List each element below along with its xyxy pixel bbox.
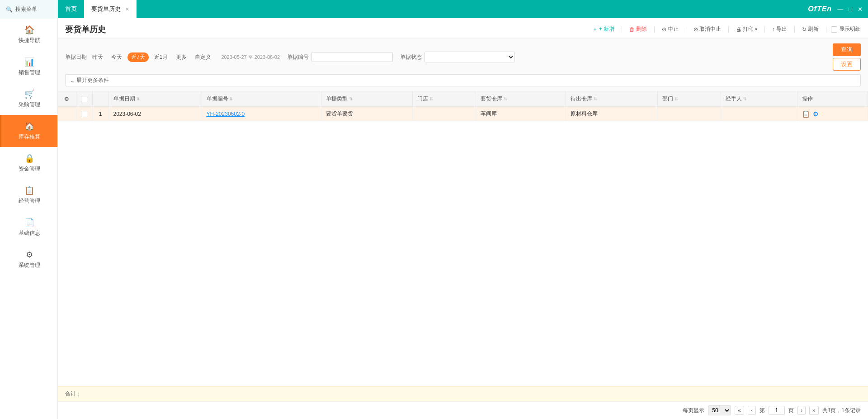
sidebar-item-inventory[interactable]: 🏠 库存核算 — [0, 115, 57, 147]
tab-home[interactable]: 首页 — [58, 0, 84, 18]
export-label: 导出 — [776, 25, 787, 33]
th-bill-date[interactable]: 单据日期 — [108, 91, 202, 107]
status-label: 单据状态 — [400, 53, 422, 61]
window-maximize-icon[interactable]: □ — [849, 6, 852, 13]
td-store — [413, 107, 476, 121]
page-goto-label: 第 — [760, 407, 765, 414]
query-button[interactable]: 查询 — [833, 43, 861, 56]
op-more-button[interactable]: ⚙ — [813, 110, 819, 118]
sidebar-item-finance[interactable]: 🔒 资金管理 — [0, 147, 57, 179]
delete-button[interactable]: 🗑 删除 — [627, 24, 650, 35]
th-department[interactable]: 部门 — [658, 91, 721, 107]
page-header: 要货单历史 ＋ + 新增 🗑 删除 ⊘ 中止 ⊘ — [58, 18, 868, 39]
sidebar-item-basic-info[interactable]: 📄 基础信息 — [0, 211, 57, 243]
page-first-btn[interactable]: « — [735, 406, 744, 415]
window-minimize-icon[interactable]: — — [837, 6, 843, 13]
window-close-icon[interactable]: ✕ — [858, 6, 863, 13]
th-req-warehouse[interactable]: 要货仓库 — [476, 91, 566, 107]
sidebar-label-sys: 系统管理 — [19, 262, 40, 269]
page-last-btn[interactable]: » — [809, 406, 819, 415]
date-btn-custom[interactable]: 自定义 — [192, 52, 214, 62]
print-label: 打印 — [743, 25, 754, 33]
sidebar-label-basic-info: 基础信息 — [19, 229, 40, 237]
td-checkbox[interactable] — [76, 107, 92, 121]
divider-2 — [654, 26, 655, 33]
filter-actions: 查询 设置 — [833, 43, 861, 71]
td-bill-type: 要货单要货 — [321, 107, 413, 121]
tab-requisition-history[interactable]: 要货单历史 ✕ — [84, 0, 137, 18]
pagination: 每页显示 50 10 20 100 « ‹ 第 页 › » 共1页，1条记录 — [58, 401, 868, 419]
sidebar-item-sys[interactable]: ⚙ 系统管理 — [0, 243, 57, 276]
delete-icon: 🗑 — [629, 26, 635, 33]
lock-icon: 🔒 — [24, 153, 34, 163]
inventory-icon: 🏠 — [24, 121, 34, 131]
date-btn-1month[interactable]: 近1月 — [151, 52, 171, 62]
setting-button[interactable]: 设置 — [833, 58, 861, 71]
td-department — [658, 107, 721, 121]
cancel-suspend-label: 取消中止 — [699, 25, 721, 33]
refresh-button[interactable]: ↻ 刷新 — [799, 24, 821, 35]
sidebar-item-purchase[interactable]: 🛒 采购管理 — [0, 83, 57, 115]
th-pending-warehouse[interactable]: 待出仓库 — [566, 91, 658, 107]
sidebar-label-search: 搜索菜单 — [15, 5, 37, 13]
th-operation: 操作 — [797, 91, 868, 107]
table-footer: 合计： — [58, 386, 868, 401]
home-icon: 🏠 — [24, 25, 34, 35]
per-page-select[interactable]: 50 10 20 100 — [708, 405, 731, 415]
show-detail-toggle[interactable]: 显示明细 — [831, 25, 861, 33]
sidebar-item-search-menu[interactable]: 🔍 搜索菜单 — [0, 0, 57, 19]
sidebar-item-ops[interactable]: 📋 经营管理 — [0, 179, 57, 211]
th-checkbox[interactable] — [76, 91, 92, 107]
expand-more-conditions[interactable]: ⌄ 展开更多条件 — [65, 74, 861, 86]
checkbox-show-detail[interactable] — [831, 26, 837, 33]
date-btn-today[interactable]: 今天 — [108, 52, 125, 62]
th-handler[interactable]: 经手人 — [721, 91, 797, 107]
search-icon: 🔍 — [6, 6, 13, 13]
page-input[interactable] — [769, 406, 785, 415]
sidebar-label-quick-nav: 快捷导航 — [19, 37, 40, 44]
op-view-button[interactable]: 📋 — [802, 110, 810, 118]
page-prev-btn[interactable]: ‹ — [748, 406, 756, 415]
th-bill-type[interactable]: 单据类型 — [321, 91, 413, 107]
brand-label: OfTEn — [808, 5, 832, 13]
suspend-label: 中止 — [668, 25, 679, 33]
divider-5 — [764, 26, 765, 33]
td-settings — [58, 107, 76, 121]
page-next-btn[interactable]: › — [797, 406, 806, 415]
divider-1 — [622, 26, 622, 33]
th-settings[interactable]: ⚙ — [58, 91, 76, 107]
expand-label: 展开更多条件 — [76, 76, 109, 84]
export-button[interactable]: ↑ 导出 — [769, 24, 790, 35]
bill-no-filter-group: 单据编号 — [287, 52, 393, 62]
cancel-suspend-icon: ⊘ — [693, 26, 698, 33]
print-icon: 🖨 — [736, 26, 741, 33]
date-filter-group: 单据日期 昨天 今天 近7天 近1月 更多 自定义 — [65, 52, 214, 62]
expand-icon: ⌄ — [70, 77, 75, 84]
suspend-button[interactable]: ⊘ 中止 — [659, 24, 681, 35]
td-bill-no[interactable]: YH-20230602-0 — [202, 107, 321, 121]
tab-close-icon[interactable]: ✕ — [125, 6, 129, 12]
td-bill-date: 2023-06-02 — [108, 107, 202, 121]
cancel-suspend-button[interactable]: ⊘ 取消中止 — [691, 24, 724, 35]
bill-no-input[interactable] — [311, 52, 393, 62]
th-bill-no[interactable]: 单据编号 — [202, 91, 321, 107]
sidebar-item-quick-nav[interactable]: 🏠 快捷导航 — [0, 19, 57, 51]
page-suffix-label: 页 — [788, 407, 794, 414]
add-button[interactable]: ＋ + 新增 — [590, 24, 617, 35]
print-dropdown-icon: ▾ — [755, 27, 757, 32]
tab-home-label: 首页 — [65, 5, 77, 13]
print-button[interactable]: 🖨 打印 ▾ — [733, 24, 760, 35]
sidebar-item-sales[interactable]: 📊 销售管理 — [0, 51, 57, 83]
add-label: + 新增 — [599, 25, 614, 33]
date-btn-more[interactable]: 更多 — [173, 52, 189, 62]
sidebar-label-finance: 资金管理 — [19, 165, 40, 173]
table-row: 1 2023-06-02 YH-20230602-0 要货单要货 车间库 原材料… — [58, 107, 868, 121]
expand-row: ⌄ 展开更多条件 — [65, 74, 861, 86]
th-store[interactable]: 门店 — [413, 91, 476, 107]
date-btn-yesterday[interactable]: 昨天 — [90, 52, 106, 62]
refresh-label: 刷新 — [808, 25, 819, 33]
date-btn-7days[interactable]: 近7天 — [127, 52, 149, 62]
divider-6 — [794, 26, 795, 33]
status-select[interactable] — [425, 52, 514, 62]
tab-requisition-label: 要货单历史 — [91, 5, 121, 13]
